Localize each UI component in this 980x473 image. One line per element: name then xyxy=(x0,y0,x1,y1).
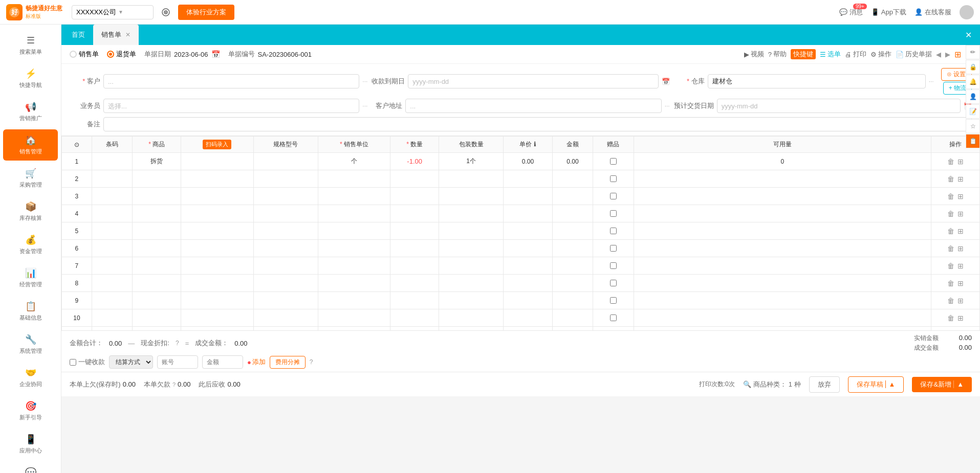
float-user-btn[interactable]: 👤 xyxy=(966,89,980,104)
save-draft-chevron[interactable]: ▲ xyxy=(885,380,896,388)
address-more-btn[interactable]: ··· xyxy=(665,102,670,109)
float-edit-btn[interactable]: ✏ xyxy=(966,45,980,59)
expected-date-input[interactable] xyxy=(717,99,961,113)
gift-checkbox[interactable] xyxy=(610,193,617,199)
gift-checkbox[interactable] xyxy=(610,228,617,234)
gift-checkbox[interactable] xyxy=(610,262,617,269)
nav-prev-icon[interactable]: ◀ xyxy=(936,51,941,58)
add-payment-button[interactable]: ● 添加 xyxy=(247,357,266,367)
trial-button[interactable]: 体验行业方案 xyxy=(178,5,234,20)
delete-row-icon[interactable]: 🗑 xyxy=(947,192,954,200)
copy-row-icon[interactable]: ⊞ xyxy=(957,227,964,235)
float-bell-btn[interactable]: 🔔 xyxy=(966,75,980,89)
operations-link[interactable]: ⚙ 操作 xyxy=(870,50,891,59)
delete-row-icon[interactable]: 🗑 xyxy=(947,262,954,270)
float-star-btn[interactable]: ☆ xyxy=(966,119,980,133)
sidebar-item-sales[interactable]: 🏠 销售管理 xyxy=(3,129,58,161)
copy-row-icon[interactable]: ⊞ xyxy=(957,244,964,253)
select-link[interactable]: ☰ 选单 xyxy=(820,50,841,59)
sidebar-item-shortcut[interactable]: ⚡ 快捷导航 xyxy=(3,63,58,94)
copy-row-icon[interactable]: ⊞ xyxy=(957,262,964,270)
copy-row-icon[interactable]: ⊞ xyxy=(957,314,964,322)
float-memo-btn[interactable]: 📝 xyxy=(966,104,980,119)
delete-row-icon[interactable]: 🗑 xyxy=(947,297,954,305)
warehouse-more-btn[interactable]: ··· xyxy=(929,78,934,85)
payment-amount-input[interactable] xyxy=(202,355,243,369)
scan-button[interactable]: 扫码录入 xyxy=(203,140,231,149)
print-link[interactable]: 🖨 打印 xyxy=(845,50,866,59)
sidebar-item-newbie[interactable]: 🎯 新手引导 xyxy=(3,395,58,426)
due-date-calendar-icon[interactable]: 📅 xyxy=(662,78,670,85)
top-settings-button[interactable] xyxy=(158,4,174,20)
save-new-button[interactable]: 保存&新增 ▲ xyxy=(912,377,972,392)
gift-checkbox[interactable] xyxy=(610,210,617,217)
warehouse-input[interactable] xyxy=(708,74,926,88)
radio-return[interactable]: 退货单 xyxy=(107,50,136,59)
sidebar-item-marketing[interactable]: 📢 营销推广 xyxy=(3,96,58,127)
float-orange-btn[interactable]: 📋 xyxy=(966,134,980,148)
shortcut-link[interactable]: 快捷键 xyxy=(791,49,816,59)
one-click-payment-checkbox[interactable]: 一键收款 xyxy=(70,357,105,367)
video-link[interactable]: ▶ 视频 xyxy=(744,50,764,59)
message-button[interactable]: 💬 消息 99+ xyxy=(839,8,863,17)
sidebar-item-wechat[interactable]: 💬 企业微信 xyxy=(3,462,58,473)
sidebar-item-apps[interactable]: 📱 应用中心 xyxy=(3,429,58,460)
date-value[interactable]: 2023-06-06 xyxy=(174,51,208,58)
expense-split-button[interactable]: 费用分摊 xyxy=(270,356,306,369)
copy-row-icon[interactable]: ⊞ xyxy=(957,279,964,287)
delete-row-icon[interactable]: 🗑 xyxy=(947,227,954,235)
delete-row-icon[interactable]: 🗑 xyxy=(947,175,954,183)
total-owed-hint[interactable]: ? xyxy=(172,381,176,388)
avatar[interactable] xyxy=(960,5,974,19)
online-support-button[interactable]: 👤 在线客服 xyxy=(914,8,951,17)
due-date-input[interactable] xyxy=(408,74,658,88)
list-view-icon[interactable]: ⊞ xyxy=(954,50,961,59)
payment-method-select[interactable]: 结算方式 xyxy=(109,355,153,369)
help-link[interactable]: ? 帮助 xyxy=(768,50,787,59)
one-click-checkbox[interactable] xyxy=(70,359,76,366)
remarks-input[interactable] xyxy=(103,117,972,131)
sidebar-item-search[interactable]: ☰ 搜索菜单 xyxy=(3,30,58,61)
salesman-more-btn[interactable]: ··· xyxy=(362,102,367,109)
copy-row-icon[interactable]: ⊞ xyxy=(957,192,964,200)
delete-row-icon[interactable]: 🗑 xyxy=(947,279,954,287)
tab-home[interactable]: 首页 xyxy=(63,25,93,45)
tab-sales-order[interactable]: 销售单 ✕ xyxy=(93,25,139,45)
account-input[interactable] xyxy=(157,355,198,369)
gift-checkbox[interactable] xyxy=(610,280,617,286)
copy-row-icon[interactable]: ⊞ xyxy=(957,175,964,183)
sidebar-item-purchase[interactable]: 🛒 采购管理 xyxy=(3,163,58,194)
close-all-tabs-button[interactable]: ✕ xyxy=(959,31,978,39)
gift-checkbox[interactable] xyxy=(610,314,617,321)
delete-row-icon[interactable]: 🗑 xyxy=(947,244,954,253)
sidebar-item-finance[interactable]: 💰 资金管理 xyxy=(3,229,58,260)
copy-row-icon[interactable]: ⊞ xyxy=(957,157,964,166)
radio-sales[interactable]: 销售单 xyxy=(70,50,99,59)
delete-row-icon[interactable]: 🗑 xyxy=(947,314,954,322)
sidebar-item-basic[interactable]: 📋 基础信息 xyxy=(3,296,58,327)
salesman-input[interactable] xyxy=(103,99,359,113)
gift-checkbox[interactable] xyxy=(610,297,617,304)
nav-next-icon[interactable]: ▶ xyxy=(945,51,950,58)
gift-checkbox[interactable] xyxy=(610,158,617,165)
copy-row-icon[interactable]: ⊞ xyxy=(957,297,964,305)
gift-checkbox[interactable] xyxy=(610,175,617,182)
col-settings[interactable]: ⊙ xyxy=(62,137,92,153)
abandon-button[interactable]: 放弃 xyxy=(809,376,840,393)
customer-input[interactable] xyxy=(103,74,359,88)
sidebar-item-collab[interactable]: 🤝 企业协同 xyxy=(3,362,58,393)
expense-help-icon[interactable]: ? xyxy=(310,358,313,366)
company-selector[interactable]: XXXXXX公司 ▼ xyxy=(72,5,154,19)
date-calendar-icon[interactable]: 📅 xyxy=(211,50,220,58)
customer-more-btn[interactable]: ··· xyxy=(362,78,367,85)
float-lock-btn[interactable]: 🔒 xyxy=(966,60,980,74)
sidebar-item-inventory[interactable]: 📦 库存核算 xyxy=(3,196,58,227)
sidebar-item-system[interactable]: 🔧 系统管理 xyxy=(3,329,58,360)
copy-row-icon[interactable]: ⊞ xyxy=(957,210,964,218)
delete-row-icon[interactable]: 🗑 xyxy=(947,157,954,166)
gift-checkbox[interactable] xyxy=(610,245,617,252)
tab-close-icon[interactable]: ✕ xyxy=(125,31,130,38)
address-input[interactable] xyxy=(405,99,661,113)
save-new-chevron[interactable]: ▲ xyxy=(953,380,964,388)
sidebar-item-operations[interactable]: 📊 经营管理 xyxy=(3,262,58,294)
